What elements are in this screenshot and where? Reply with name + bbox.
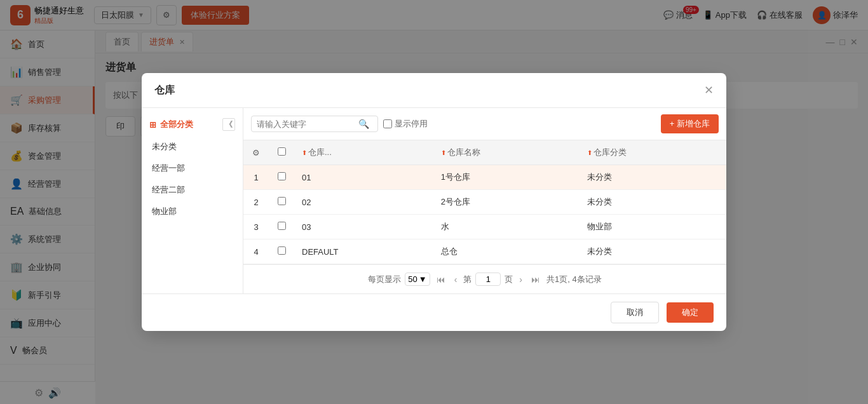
dialog-title: 仓库 bbox=[154, 84, 175, 97]
row-checkbox[interactable] bbox=[269, 215, 294, 239]
row-code: 01 bbox=[294, 165, 433, 190]
row-name: 2号仓库 bbox=[433, 190, 580, 215]
dialog-close-button[interactable]: ✕ bbox=[704, 83, 714, 97]
category-sidebar: ⊞ 全部分类 《 未分类 经营一部 经营二部 物业部 bbox=[142, 108, 243, 293]
last-page-button[interactable]: ⏭ bbox=[529, 273, 543, 286]
category-item-operations2[interactable]: 经营二部 bbox=[142, 179, 243, 201]
pagination: 每页显示 50 ▼ ⏮ ‹ 第 页 › ⏭ 共1页, 4条记录 bbox=[243, 264, 726, 293]
row-gear: 4 bbox=[243, 239, 269, 264]
row-category: 物业部 bbox=[580, 215, 726, 239]
show-disabled-label[interactable]: 显示停用 bbox=[383, 118, 428, 130]
row-code: DEFAULT bbox=[294, 239, 433, 264]
show-disabled-checkbox[interactable] bbox=[383, 119, 392, 128]
search-wrap: 🔍 bbox=[251, 116, 378, 132]
row-checkbox[interactable] bbox=[269, 165, 294, 190]
next-page-button[interactable]: › bbox=[517, 273, 525, 286]
row-gear: 1 bbox=[243, 165, 269, 190]
row-checkbox[interactable] bbox=[269, 190, 294, 215]
table-row[interactable]: 4 DEFAULT 总仓 未分类 bbox=[243, 239, 726, 264]
table-header: ⚙ ⬆ 仓库... ⬆ bbox=[243, 140, 726, 165]
warehouse-table: ⚙ ⬆ 仓库... ⬆ bbox=[243, 140, 726, 264]
row-code: 03 bbox=[294, 215, 433, 239]
collapse-category-button[interactable]: 《 bbox=[222, 118, 235, 131]
category-item-unclassified[interactable]: 未分类 bbox=[142, 136, 243, 158]
sort-icon-code: ⬆ bbox=[302, 149, 307, 156]
row-name: 总仓 bbox=[433, 239, 580, 264]
row-name: 1号仓库 bbox=[433, 165, 580, 190]
search-icon[interactable]: 🔍 bbox=[358, 119, 369, 129]
row-gear: 2 bbox=[243, 190, 269, 215]
dialog-body: ⊞ 全部分类 《 未分类 经营一部 经营二部 物业部 🔍 bbox=[142, 108, 726, 293]
table-toolbar: 🔍 显示停用 + 新增仓库 bbox=[243, 108, 726, 140]
table-row[interactable]: 3 03 水 物业部 bbox=[243, 215, 726, 239]
page-number-input[interactable] bbox=[475, 273, 501, 286]
row-name: 水 bbox=[433, 215, 580, 239]
table-row[interactable]: 2 02 2号仓库 未分类 bbox=[243, 190, 726, 215]
th-code: ⬆ 仓库... bbox=[294, 140, 433, 165]
category-header[interactable]: ⊞ 全部分类 《 bbox=[142, 113, 243, 136]
th-gear: ⚙ bbox=[243, 140, 269, 165]
category-item-property[interactable]: 物业部 bbox=[142, 201, 243, 222]
row-category: 未分类 bbox=[580, 239, 726, 264]
dialog-footer: 取消 确定 bbox=[142, 293, 726, 331]
search-input[interactable] bbox=[257, 119, 358, 129]
category-item-operations1[interactable]: 经营一部 bbox=[142, 158, 243, 179]
th-checkbox bbox=[269, 140, 294, 165]
row-gear: 3 bbox=[243, 215, 269, 239]
confirm-button[interactable]: 确定 bbox=[667, 302, 714, 323]
row-category: 未分类 bbox=[580, 165, 726, 190]
row-category: 未分类 bbox=[580, 190, 726, 215]
select-all-checkbox[interactable] bbox=[278, 147, 286, 156]
prev-page-button[interactable]: ‹ bbox=[452, 273, 460, 286]
sort-icon-category: ⬆ bbox=[587, 149, 592, 156]
row-code: 02 bbox=[294, 190, 433, 215]
per-page-select[interactable]: 50 ▼ bbox=[405, 273, 430, 286]
sort-icon-name: ⬆ bbox=[441, 149, 446, 156]
th-name: ⬆ 仓库名称 bbox=[433, 140, 580, 165]
cancel-button[interactable]: 取消 bbox=[611, 302, 659, 323]
table-row[interactable]: 1 01 1号仓库 未分类 bbox=[243, 165, 726, 190]
page-info: 共1页, 4条记录 bbox=[546, 274, 602, 285]
dialog-header: 仓库 ✕ bbox=[142, 73, 726, 108]
modal-overlay: 仓库 ✕ ⊞ 全部分类 《 未分类 经营一部 经营二部 物业部 bbox=[0, 0, 868, 404]
table-area: 🔍 显示停用 + 新增仓库 ⚙ bbox=[243, 108, 726, 293]
grid-icon: ⊞ bbox=[149, 120, 156, 130]
th-category: ⬆ 仓库分类 bbox=[580, 140, 726, 165]
warehouse-dialog: 仓库 ✕ ⊞ 全部分类 《 未分类 经营一部 经营二部 物业部 bbox=[142, 73, 726, 331]
first-page-button[interactable]: ⏮ bbox=[434, 273, 448, 286]
add-warehouse-button[interactable]: + 新增仓库 bbox=[661, 114, 719, 133]
row-checkbox[interactable] bbox=[269, 239, 294, 264]
table-wrap: ⚙ ⬆ 仓库... ⬆ bbox=[243, 140, 726, 264]
table-body: 1 01 1号仓库 未分类 2 02 2号仓库 bbox=[243, 165, 726, 264]
